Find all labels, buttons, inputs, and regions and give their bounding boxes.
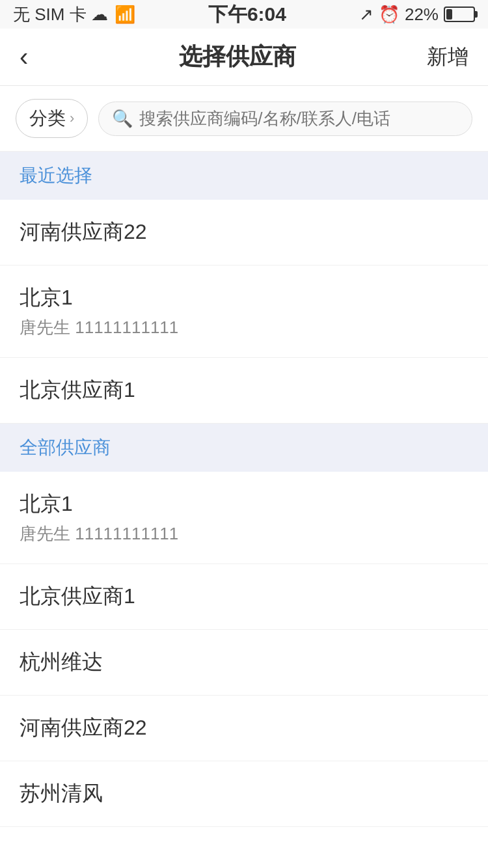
status-time: 下午6:04 bbox=[208, 1, 286, 28]
supplier-name: 河南供应商22 bbox=[20, 714, 468, 742]
battery-icon bbox=[444, 7, 475, 22]
list-item[interactable]: 苏州清风 bbox=[0, 761, 488, 827]
supplier-name: 北京1 bbox=[20, 284, 468, 312]
list-item[interactable]: 北京供应商1 bbox=[0, 358, 488, 424]
status-bar: 无 SIM 卡 ☁ 📶 下午6:04 ↗ ⏰ 22% bbox=[0, 0, 488, 29]
status-left: 无 SIM 卡 ☁ 📶 bbox=[13, 3, 135, 26]
list-item[interactable]: 北京1 唐先生 11111111111 bbox=[0, 472, 488, 564]
all-suppliers-list: 北京1 唐先生 11111111111 北京供应商1 杭州维达 河南供应商22 … bbox=[0, 472, 488, 827]
supplier-detail: 唐先生 11111111111 bbox=[20, 522, 468, 545]
location-icon: ↗ bbox=[359, 5, 373, 25]
battery-percent: 22% bbox=[405, 5, 439, 25]
wifi-icon: 📶 bbox=[115, 5, 135, 25]
all-section-header: 全部供应商 bbox=[0, 424, 488, 472]
list-item[interactable]: 北京供应商1 bbox=[0, 564, 488, 630]
chevron-right-icon: › bbox=[70, 110, 74, 127]
supplier-name: 苏州清风 bbox=[20, 780, 468, 808]
supplier-name: 河南供应商22 bbox=[20, 218, 468, 247]
back-button[interactable]: ‹ bbox=[20, 42, 59, 72]
list-item[interactable]: 北京1 唐先生 11111111111 bbox=[0, 265, 488, 358]
alarm-icon: ⏰ bbox=[379, 5, 400, 25]
supplier-name: 杭州维达 bbox=[20, 648, 468, 677]
search-input[interactable] bbox=[139, 109, 459, 129]
list-item[interactable]: 河南供应商22 bbox=[0, 696, 488, 761]
recent-list: 河南供应商22 北京1 唐先生 11111111111 北京供应商1 bbox=[0, 200, 488, 424]
sim-status: 无 SIM 卡 ☁ bbox=[13, 3, 108, 26]
supplier-name: 北京1 bbox=[20, 490, 468, 519]
nav-bar: ‹ 选择供应商 新增 bbox=[0, 29, 488, 86]
add-button[interactable]: 新增 bbox=[416, 43, 468, 72]
list-item[interactable]: 河南供应商22 bbox=[0, 200, 488, 265]
supplier-name: 北京供应商1 bbox=[20, 582, 468, 611]
filter-bar: 分类 › 🔍 bbox=[0, 86, 488, 152]
category-label: 分类 bbox=[29, 106, 66, 131]
search-box[interactable]: 🔍 bbox=[98, 102, 472, 136]
supplier-name: 北京供应商1 bbox=[20, 376, 468, 405]
list-item[interactable]: 杭州维达 bbox=[0, 630, 488, 696]
page-title: 选择供应商 bbox=[59, 41, 416, 73]
supplier-detail: 唐先生 11111111111 bbox=[20, 316, 468, 339]
recent-section-header: 最近选择 bbox=[0, 152, 488, 200]
status-right: ↗ ⏰ 22% bbox=[359, 5, 475, 25]
search-icon: 🔍 bbox=[112, 109, 133, 129]
category-filter-button[interactable]: 分类 › bbox=[16, 99, 88, 138]
battery-fill bbox=[446, 9, 452, 20]
